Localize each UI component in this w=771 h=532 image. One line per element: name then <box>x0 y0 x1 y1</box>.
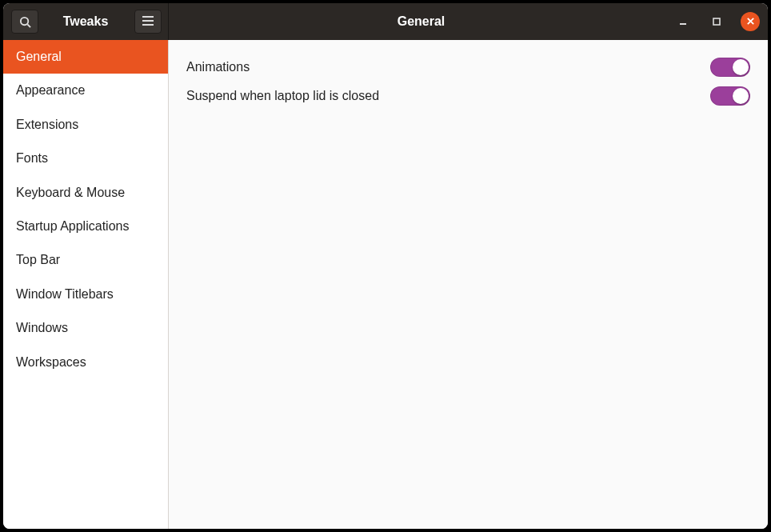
hamburger-icon <box>142 14 154 29</box>
window-controls <box>673 12 768 31</box>
sidebar: General Appearance Extensions Fonts Keyb… <box>3 40 169 529</box>
sidebar-item-startup-applications[interactable]: Startup Applications <box>3 210 168 243</box>
sidebar-item-label: Window Titlebars <box>16 287 114 301</box>
window-body: General Appearance Extensions Fonts Keyb… <box>3 40 768 529</box>
sidebar-item-label: General <box>16 50 62 63</box>
toggle-knob <box>733 59 749 75</box>
close-button[interactable] <box>741 12 760 31</box>
hamburger-menu-button[interactable] <box>134 10 162 34</box>
sidebar-item-windows[interactable]: Windows <box>3 311 168 345</box>
sidebar-item-appearance[interactable]: Appearance <box>3 74 168 107</box>
sidebar-item-label: Appearance <box>16 83 85 97</box>
search-button[interactable] <box>11 10 38 34</box>
sidebar-item-label: Workspaces <box>16 355 86 369</box>
sidebar-item-window-titlebars[interactable]: Window Titlebars <box>3 278 168 311</box>
setting-row-suspend-lid: Suspend when laptop lid is closed <box>186 83 750 112</box>
titlebar-left: Tweaks <box>3 3 169 40</box>
sidebar-item-workspaces[interactable]: Workspaces <box>3 346 168 379</box>
animations-toggle[interactable] <box>710 58 750 77</box>
sidebar-item-label: Fonts <box>16 151 48 165</box>
close-icon <box>746 14 755 29</box>
minimize-icon <box>678 17 688 26</box>
svg-rect-6 <box>713 18 720 25</box>
sidebar-item-general[interactable]: General <box>3 40 168 74</box>
sidebar-item-keyboard-mouse[interactable]: Keyboard & Mouse <box>3 176 168 210</box>
sidebar-item-label: Windows <box>16 321 68 334</box>
sidebar-item-label: Keyboard & Mouse <box>16 186 125 199</box>
maximize-button[interactable] <box>707 12 726 31</box>
content-panel: Animations Suspend when laptop lid is cl… <box>169 40 768 529</box>
page-title: General <box>169 14 673 29</box>
titlebar: Tweaks General <box>3 3 768 40</box>
tweaks-window: Tweaks General <box>3 3 768 529</box>
setting-label: Animations <box>186 60 250 74</box>
sidebar-item-extensions[interactable]: Extensions <box>3 108 168 142</box>
search-icon <box>19 16 31 28</box>
sidebar-item-fonts[interactable]: Fonts <box>3 142 168 175</box>
svg-line-1 <box>27 24 30 27</box>
setting-row-animations: Animations <box>186 54 750 83</box>
setting-label: Suspend when laptop lid is closed <box>186 89 379 103</box>
sidebar-item-label: Extensions <box>16 118 78 131</box>
maximize-icon <box>712 17 721 26</box>
sidebar-item-top-bar[interactable]: Top Bar <box>3 243 168 277</box>
svg-point-0 <box>20 17 27 24</box>
sidebar-item-label: Startup Applications <box>16 219 129 233</box>
suspend-lid-toggle[interactable] <box>710 86 750 106</box>
minimize-button[interactable] <box>673 12 693 31</box>
sidebar-item-label: Top Bar <box>16 253 60 266</box>
toggle-knob <box>733 88 749 104</box>
